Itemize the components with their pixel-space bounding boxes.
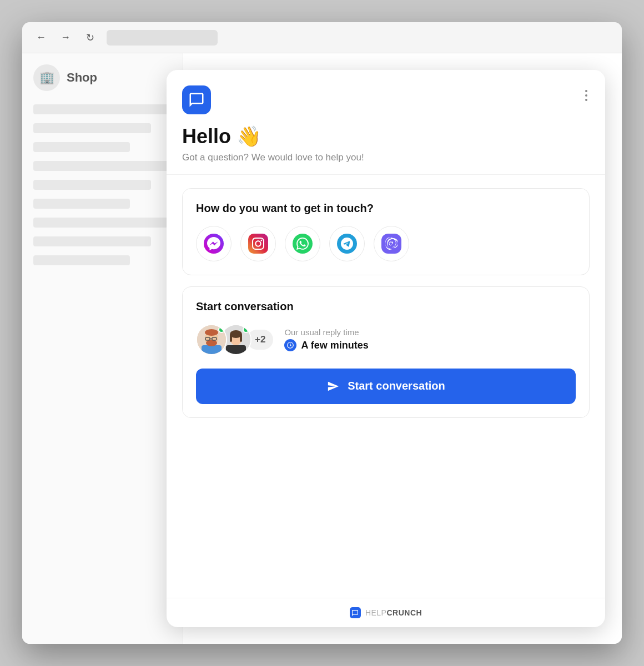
whatsapp-svg <box>296 238 309 250</box>
footer-logo <box>350 607 361 618</box>
sidebar-skeleton-2 <box>33 123 151 133</box>
whatsapp-icon <box>293 234 313 254</box>
whatsapp-channel-button[interactable] <box>285 226 320 261</box>
svg-rect-14 <box>240 334 242 342</box>
clock-svg <box>286 341 294 349</box>
svg-rect-13 <box>230 334 232 342</box>
start-conversation-button[interactable]: Start conversation <box>196 369 576 404</box>
footer-logo-svg <box>351 609 359 617</box>
widget-header-left: Hello 👋 Got a question? We would love to… <box>182 85 364 163</box>
widget-footer: HELPCRUNCH <box>167 598 605 627</box>
start-conversation-label: Start conversation <box>348 380 445 392</box>
viber-channel-button[interactable] <box>374 226 409 261</box>
instagram-icon <box>248 234 268 254</box>
widget-subtext: Got a question? We would love to help yo… <box>182 152 364 163</box>
viber-icon <box>381 234 401 254</box>
widget-logo <box>182 85 211 114</box>
online-dot-1 <box>218 326 225 333</box>
widget-menu-button[interactable] <box>583 88 590 103</box>
browser-window: ← → ↻ 🏢 Shop <box>22 22 622 644</box>
sidebar-skeleton-1 <box>33 104 172 114</box>
agents-row: +2 Our usual reply time <box>196 324 576 355</box>
agent-avatar-1 <box>196 324 227 355</box>
chat-widget: Hello 👋 Got a question? We would love to… <box>167 70 605 627</box>
touch-title: How do you want to get in touch? <box>196 202 576 215</box>
refresh-button[interactable]: ↻ <box>82 30 98 46</box>
browser-content: 🏢 Shop <box>22 53 622 644</box>
footer-brand: HELPCRUNCH <box>365 608 422 617</box>
footer-suffix: CRUNCH <box>386 608 422 617</box>
touch-section: How do you want to get in touch? <box>182 188 590 275</box>
reply-info: Our usual reply time A few minutes <box>284 327 368 351</box>
messenger-channel-button[interactable] <box>196 226 232 261</box>
conversation-title: Start conversation <box>196 300 576 313</box>
sidebar-skeleton-5 <box>33 180 151 190</box>
online-dot-2 <box>243 326 249 333</box>
sidebar-skeleton-8 <box>33 236 151 246</box>
svg-point-0 <box>204 234 224 254</box>
clock-icon <box>284 339 296 351</box>
footer-prefix: HELP <box>365 608 387 617</box>
page-sidebar: 🏢 Shop <box>22 53 183 644</box>
send-icon <box>326 380 340 393</box>
sidebar-skeleton-3 <box>33 142 130 152</box>
instagram-svg <box>252 238 264 250</box>
widget-body: How do you want to get in touch? <box>167 175 605 598</box>
sidebar-skeleton-9 <box>33 255 130 265</box>
messenger-icon <box>204 234 224 254</box>
svg-rect-10 <box>226 345 246 354</box>
address-bar[interactable] <box>107 30 218 46</box>
forward-button[interactable]: → <box>58 30 73 46</box>
back-button[interactable]: ← <box>33 30 49 46</box>
widget-header: Hello 👋 Got a question? We would love to… <box>167 70 605 175</box>
menu-dot-2 <box>585 94 587 97</box>
menu-dot-3 <box>585 99 587 101</box>
telegram-svg <box>341 238 353 250</box>
reply-label: Our usual reply time <box>284 327 368 337</box>
chat-logo-icon <box>188 92 205 108</box>
viber-svg <box>385 238 398 250</box>
send-svg <box>327 380 339 392</box>
menu-dot-1 <box>585 90 587 92</box>
telegram-icon <box>337 234 357 254</box>
telegram-channel-button[interactable] <box>329 226 365 261</box>
sidebar-skeleton-7 <box>33 218 172 228</box>
reply-time: A few minutes <box>284 339 368 351</box>
touch-icons-row <box>196 226 576 261</box>
logo-icon: 🏢 <box>33 64 60 91</box>
svg-point-4 <box>206 340 217 346</box>
conversation-section: Start conversation <box>182 286 590 418</box>
svg-rect-2 <box>202 345 222 354</box>
sidebar-skeleton-6 <box>33 199 130 209</box>
agents-avatars: +2 <box>196 324 273 355</box>
logo-text: Shop <box>67 70 97 85</box>
browser-toolbar: ← → ↻ <box>22 22 622 53</box>
instagram-channel-button[interactable] <box>240 226 276 261</box>
sidebar-logo: 🏢 Shop <box>33 64 172 91</box>
svg-point-5 <box>205 329 218 336</box>
sidebar-skeleton-4 <box>33 161 172 171</box>
widget-greeting: Hello 👋 <box>182 125 364 148</box>
reply-time-text: A few minutes <box>301 340 368 351</box>
